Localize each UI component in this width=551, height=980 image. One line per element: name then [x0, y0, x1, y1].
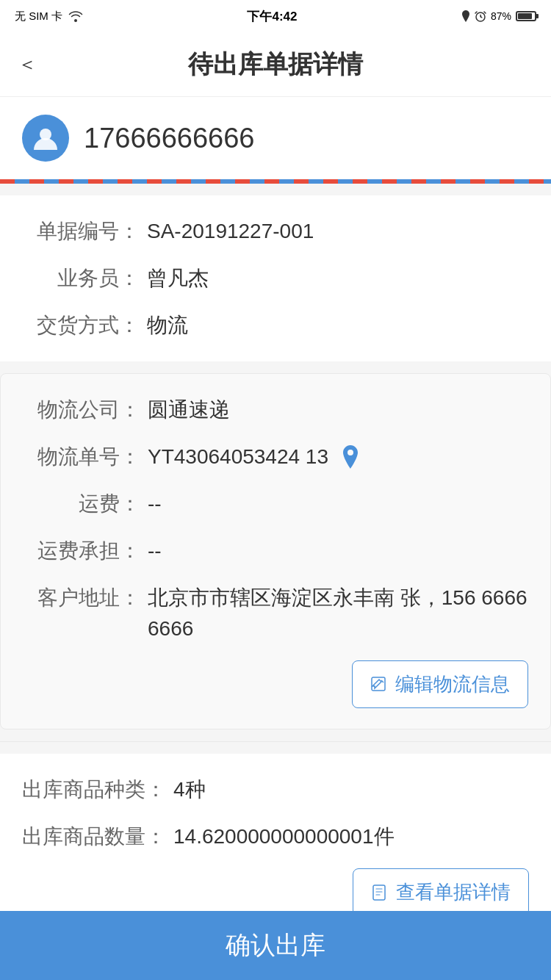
freight-bear-value: --: [140, 536, 528, 566]
confirm-footer: 确认出库: [0, 911, 551, 980]
goods-types-value: 4种: [166, 774, 529, 805]
address-value: 北京市市辖区海淀区永丰南 张，156 6666 6666: [140, 583, 528, 644]
dashed-separator: [0, 179, 551, 184]
goods-types-label: 出库商品种类：: [22, 774, 166, 805]
battery-percent: 87%: [491, 10, 511, 22]
delivery-label: 交货方式：: [22, 310, 140, 341]
divider: [0, 741, 551, 742]
goods-types-row: 出库商品种类： 4种: [22, 774, 529, 805]
back-button[interactable]: ＜: [18, 51, 37, 77]
freight-value: --: [140, 489, 528, 519]
view-detail-label: 查看单据详情: [396, 879, 511, 905]
delivery-row: 交货方式： 物流: [22, 310, 529, 341]
doc-no-value: SA-20191227-001: [140, 216, 529, 247]
carrier-label: 无 SIM 卡: [15, 10, 62, 24]
avatar-icon: [31, 123, 60, 153]
doc-info-section: 单据编号： SA-20191227-001 业务员： 曾凡杰 交货方式： 物流: [0, 195, 551, 361]
map-pin-icon: [340, 445, 361, 469]
alarm-icon: [475, 10, 486, 22]
location-pin-button[interactable]: [337, 444, 364, 470]
edit-logistics-row: 编辑物流信息: [23, 660, 528, 708]
address-row: 客户地址： 北京市市辖区海淀区永丰南 张，156 6666 6666: [23, 583, 528, 644]
delivery-value: 物流: [140, 310, 529, 341]
freight-bear-label: 运费承担：: [23, 536, 140, 566]
logistics-company-label: 物流公司：: [23, 394, 140, 425]
tracking-number: YT43064053424 13: [148, 442, 328, 472]
doc-detail-icon: [371, 884, 389, 901]
salesman-label: 业务员：: [22, 263, 140, 294]
detail-btn-row: 查看单据详情: [22, 868, 529, 916]
user-avatar: [22, 115, 69, 162]
logistics-company-value: 圆通速递: [140, 394, 528, 425]
status-time: 下午4:42: [247, 8, 297, 25]
freight-label: 运费：: [23, 489, 140, 519]
view-detail-button[interactable]: 查看单据详情: [353, 868, 529, 916]
salesman-row: 业务员： 曾凡杰: [22, 263, 529, 294]
user-phone: 17666666666: [84, 123, 254, 154]
doc-no-row: 单据编号： SA-20191227-001: [22, 216, 529, 247]
logistics-section: 物流公司： 圆通速递 物流单号： YT43064053424 13 运费： --…: [0, 373, 551, 729]
goods-quantity-label: 出库商品数量：: [22, 821, 166, 852]
status-left: 无 SIM 卡: [15, 10, 83, 24]
svg-rect-3: [373, 885, 385, 900]
wifi-icon: [68, 10, 83, 22]
address-label: 客户地址：: [23, 583, 140, 613]
status-right: 87%: [461, 10, 536, 22]
user-header: 17666666666: [0, 97, 551, 179]
goods-quantity-row: 出库商品数量： 14.620000000000001件: [22, 821, 529, 852]
battery-icon: [516, 11, 536, 21]
tracking-value: YT43064053424 13: [140, 442, 528, 472]
goods-section: 出库商品种类： 4种 出库商品数量： 14.620000000000001件 查…: [0, 754, 551, 937]
edit-icon: [370, 676, 388, 693]
freight-row: 运费： --: [23, 489, 528, 519]
tracking-label: 物流单号：: [23, 442, 140, 472]
page-title: 待出库单据详情: [188, 48, 363, 82]
freight-bear-row: 运费承担： --: [23, 536, 528, 566]
location-icon: [461, 10, 470, 22]
status-bar: 无 SIM 卡 下午4:42 87%: [0, 0, 551, 32]
edit-logistics-button[interactable]: 编辑物流信息: [352, 660, 528, 708]
nav-bar: ＜ 待出库单据详情: [0, 32, 551, 97]
edit-logistics-label: 编辑物流信息: [395, 671, 510, 697]
logistics-company-row: 物流公司： 圆通速递: [23, 394, 528, 425]
tracking-row: 物流单号： YT43064053424 13: [23, 442, 528, 472]
doc-no-label: 单据编号：: [22, 216, 140, 247]
confirm-button[interactable]: 确认出库: [226, 931, 325, 959]
salesman-value: 曾凡杰: [140, 263, 529, 294]
goods-quantity-value: 14.620000000000001件: [166, 821, 529, 852]
